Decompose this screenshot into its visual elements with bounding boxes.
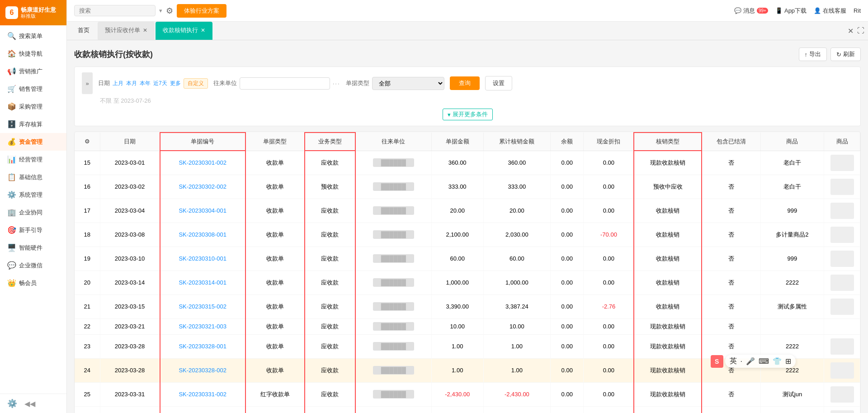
cell-writeoff-type: 现款收款核销: [634, 151, 702, 175]
sidebar-item-inventory[interactable]: 🗄️ 库存核算: [0, 115, 66, 133]
sidebar-item-quicknav[interactable]: 🏠 快捷导航: [0, 45, 66, 62]
cell-balance: 0.00: [551, 318, 584, 334]
sidebar-item-finance[interactable]: 💰 资金管理: [0, 133, 66, 151]
filter-collapse-button[interactable]: »: [82, 72, 93, 94]
last-month-btn[interactable]: 上月: [113, 80, 123, 87]
table-row[interactable]: 16 2023-03-02 SK-20230302-002 收款单 预收款 ██…: [75, 175, 860, 199]
bill-no-link[interactable]: SK-20230315-002: [179, 303, 226, 310]
table-row[interactable]: 24 2023-03-28 SK-20230328-002 收款单 应收款 ██…: [75, 358, 860, 382]
tab-receivable[interactable]: 预计应收付单 ✕: [98, 22, 155, 40]
sidebar-item-sales[interactable]: 🛒 销售管理: [0, 80, 66, 98]
sidebar-item-enterprise[interactable]: 🏢 企业协同: [0, 204, 66, 221]
sidebar-item-marketing[interactable]: 📢 营销推广: [0, 62, 66, 80]
cell-date: 2023-03-21: [100, 318, 160, 334]
table-row[interactable]: 25 2023-03-31 SK-20230331-002 红字收款单 应收款 …: [75, 382, 860, 406]
sidebar-label-hardware: 智能硬件: [19, 244, 42, 252]
sidebar-item-basic[interactable]: 📋 基础信息: [0, 168, 66, 186]
table-row[interactable]: 19 2023-03-10 SK-20230310-001 收款单 应收款 ██…: [75, 247, 860, 271]
online-service-button[interactable]: 👤 在线客服: [814, 7, 846, 15]
receivable-tab-close-icon[interactable]: ✕: [143, 27, 147, 33]
message-button[interactable]: 💬 消息 99+: [734, 7, 768, 15]
table-row[interactable]: 23 2023-03-28 SK-20230328-001 收款单 应收款 ██…: [75, 334, 860, 358]
bill-no-link[interactable]: SK-20230302-002: [179, 183, 226, 190]
gear-icon[interactable]: ⚙: [166, 6, 173, 16]
cell-product2: [824, 151, 860, 175]
table-row[interactable]: 17 2023-03-04 SK-20230304-001 收款单 应收款 ██…: [75, 199, 860, 223]
cell-bill-type: 收款单: [245, 294, 305, 318]
this-year-btn[interactable]: 本年: [140, 80, 151, 87]
cell-product: 2222: [760, 334, 824, 358]
bill-no-link[interactable]: SK-20230314-001: [179, 279, 226, 286]
cell-writeoff-type: 收款核销: [634, 294, 702, 318]
cell-product2: [824, 223, 860, 247]
bill-no-link[interactable]: SK-20230301-002: [179, 159, 226, 166]
sidebar-item-wechat[interactable]: 💬 企业微信: [0, 256, 66, 274]
setting-button[interactable]: 设置: [485, 76, 512, 90]
query-button[interactable]: 查询: [450, 76, 480, 90]
close-tab-button[interactable]: ✕: [848, 27, 854, 35]
bill-no-link[interactable]: SK-20230331-002: [179, 391, 226, 398]
table-row[interactable]: 22 2023-03-21 SK-20230321-003 收款单 应收款 ██…: [75, 318, 860, 334]
bill-no-link[interactable]: SK-20230328-001: [179, 343, 226, 350]
search-input[interactable]: [74, 5, 156, 16]
system-icon: ⚙️: [7, 190, 15, 199]
more-date-btn[interactable]: 更多: [170, 80, 181, 87]
bill-no-link[interactable]: SK-20230321-003: [179, 323, 226, 330]
sidebar-label-system: 系统管理: [19, 191, 42, 199]
billtype-filter-select[interactable]: 全部 收款单 红字收款单: [372, 77, 444, 90]
sidebar-item-purchase[interactable]: 📦 采购管理: [0, 98, 66, 115]
table-row[interactable]: 18 2023-03-08 SK-20230308-001 收款单 应收款 ██…: [75, 223, 860, 247]
custom-date-tag[interactable]: 自定义: [184, 78, 208, 89]
wechat-icon: 💬: [7, 261, 15, 270]
collapse-icon[interactable]: ◀◀: [24, 399, 35, 408]
cell-balance: 0.00: [551, 358, 584, 382]
cell-product2: [824, 247, 860, 271]
sidebar-nav: 🔍 搜索菜单 🏠 快捷导航 📢 营销推广 🛒 销售管理 📦 采购管理 🗄️ 库存…: [0, 25, 66, 394]
cell-date: 2023-03-04: [100, 199, 160, 223]
cell-bill-type: 收款单: [245, 151, 305, 175]
bill-no-link[interactable]: SK-20230310-001: [179, 255, 226, 262]
table-row[interactable]: 20 2023-03-14 SK-20230314-001 收款单 应收款 ██…: [75, 271, 860, 294]
refresh-button[interactable]: ↻ 刷新: [830, 47, 861, 61]
table-row[interactable]: 21 2023-03-15 SK-20230315-002 收款单 应收款 ██…: [75, 294, 860, 318]
cell-writeoff-type: 收款核销: [634, 247, 702, 271]
export-button[interactable]: ↑ 导出: [799, 47, 827, 61]
expand-row: ▾ 展开更多条件: [82, 109, 853, 120]
cell-product: 2222: [760, 358, 824, 382]
cell-amount: 60.00: [431, 247, 483, 271]
cell-bill-no: SK-20230315-002: [160, 294, 245, 318]
writeoff-tab-close-icon[interactable]: ✕: [201, 27, 205, 33]
bill-no-link[interactable]: SK-20230328-002: [179, 367, 226, 374]
cell-amount: -2,430.00: [431, 382, 483, 406]
bill-no-link[interactable]: SK-20230304-001: [179, 207, 226, 214]
cell-writeoff-type: 现款收款核销: [634, 358, 702, 382]
sidebar-item-guide[interactable]: 🎯 新手引导: [0, 221, 66, 239]
sidebar-item-member[interactable]: 👑 畅会员: [0, 274, 66, 292]
sidebar-label-basic: 基础信息: [19, 173, 42, 181]
tab-home[interactable]: 首页: [71, 22, 97, 40]
table-row[interactable]: 26 2023-04-03 SK-20230403-002 收款单 预收款 ██…: [75, 406, 860, 413]
sidebar-item-system[interactable]: ⚙️ 系统管理: [0, 186, 66, 204]
user-avatar[interactable]: Rit: [854, 7, 861, 14]
industry-solution-button[interactable]: 体验行业方案: [177, 4, 226, 18]
sidebar-item-operation[interactable]: 📊 经营管理: [0, 151, 66, 168]
settings-bottom-icon[interactable]: ⚙️: [7, 399, 17, 408]
tab-writeoff[interactable]: 收款核销执行 ✕: [156, 22, 212, 40]
bill-no-link[interactable]: SK-20230308-001: [179, 231, 226, 238]
purchase-icon: 📦: [7, 102, 15, 111]
dropdown-arrow-icon[interactable]: ▾: [159, 7, 162, 14]
last-7days-btn[interactable]: 近7天: [153, 80, 167, 87]
app-download-button[interactable]: 📱 App下载: [775, 7, 807, 15]
col-header-product2: 商品: [824, 133, 860, 151]
sidebar-item-search[interactable]: 🔍 搜索菜单: [0, 27, 66, 45]
app-download-label: App下载: [784, 7, 807, 15]
message-icon: 💬: [734, 7, 741, 14]
fullscreen-tab-button[interactable]: ⛶: [857, 27, 864, 35]
partner-filter-input[interactable]: [240, 77, 330, 90]
this-month-btn[interactable]: 本月: [126, 80, 137, 87]
cell-idx: 25: [75, 382, 100, 406]
partner-masked: ██████: [373, 302, 414, 311]
expand-more-button[interactable]: ▾ 展开更多条件: [443, 109, 493, 120]
table-row[interactable]: 15 2023-03-01 SK-20230301-002 收款单 应收款 ██…: [75, 151, 860, 175]
sidebar-item-hardware[interactable]: 🖥️ 智能硬件: [0, 239, 66, 256]
